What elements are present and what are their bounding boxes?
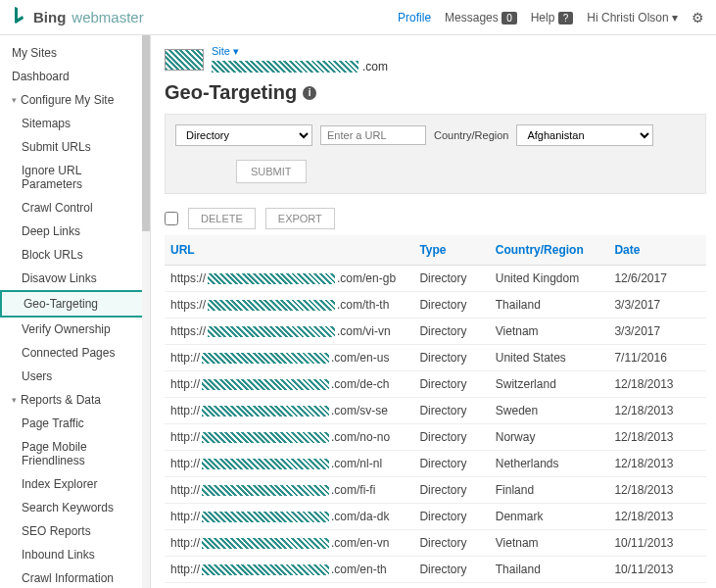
url-cell: https://.com/vi-vn [170, 324, 407, 338]
redacted-host [202, 485, 329, 496]
redacted-host [202, 459, 329, 469]
sidebar-item-my-sites[interactable]: My Sites [0, 41, 150, 65]
url-cell: https://.com/th-th [170, 298, 407, 312]
sidebar-item-block-urls[interactable]: Block URLs [0, 243, 150, 267]
redacted-host [208, 326, 335, 337]
scope-select[interactable]: Directory [175, 124, 312, 146]
table-row[interactable]: http://.com/no-noDirectoryNorway12/18/20… [165, 424, 706, 451]
top-nav: Profile Messages 0 Help ? Hi Christi Ols… [398, 10, 704, 25]
url-cell: http://.com/fi-fi [170, 483, 407, 497]
sidebar-scrollbar[interactable] [142, 35, 150, 588]
sidebar: ‹ My SitesDashboard▾Configure My SiteSit… [0, 35, 151, 588]
sidebar-item-search-keywords[interactable]: Search Keywords [0, 496, 150, 519]
table-row[interactable]: http://.com/en-thDirectoryThailand10/11/… [165, 557, 706, 583]
nav-help[interactable]: Help ? [531, 11, 574, 24]
sidebar-item-crawl-control[interactable]: Crawl Control [0, 196, 150, 220]
table-toolbar: DELETE EXPORT [165, 208, 706, 229]
table-row[interactable]: https://.com/vi-vnDirectoryVietnam3/3/20… [165, 318, 706, 345]
top-bar: Bing webmaster Profile Messages 0 Help ?… [0, 0, 716, 35]
brand-sub: webmaster [72, 9, 143, 25]
geo-form: Directory Country/Region Afghanistan SUB… [165, 114, 706, 194]
sidebar-item-users[interactable]: Users [0, 365, 150, 388]
redacted-host [202, 512, 329, 522]
table-row[interactable]: https://.com/en-gbDirectoryUnited Kingdo… [165, 266, 706, 292]
geo-table: URL Type Country/Region Date https://.co… [165, 235, 706, 588]
table-row[interactable]: http://.com/en-phDirectoryPhilippines10/… [165, 583, 706, 589]
redacted-host [202, 564, 329, 575]
redacted-host [202, 353, 329, 364]
sidebar-item-disavow-links[interactable]: Disavow Links [0, 267, 150, 290]
sidebar-item-dashboard[interactable]: Dashboard [0, 65, 150, 88]
help-badge: ? [558, 12, 574, 24]
url-cell: http://.com/no-no [170, 430, 407, 444]
redacted-host [208, 300, 335, 311]
chevron-down-icon: ▾ [233, 45, 239, 57]
sidebar-item-connected-pages[interactable]: Connected Pages [0, 341, 150, 365]
table-row[interactable]: http://.com/en-usDirectoryUnited States7… [165, 345, 706, 371]
chevron-down-icon: ▾ [672, 11, 678, 24]
redacted-host [202, 406, 329, 416]
sidebar-item-geo-targeting[interactable]: Geo-Targeting [0, 290, 150, 318]
sidebar-item-index-explorer[interactable]: Index Explorer [0, 472, 150, 496]
url-cell: http://.com/en-vn [170, 536, 407, 550]
main-content: Site ▾ .com Geo-Targeting i Directory Co… [151, 35, 716, 588]
table-row[interactable]: http://.com/nl-nlDirectoryNetherlands12/… [165, 451, 706, 477]
chevron-down-icon: ▾ [12, 395, 17, 405]
sidebar-item-configure-my-site[interactable]: ▾Configure My Site [0, 88, 150, 112]
table-row[interactable]: http://.com/de-chDirectorySwitzerland12/… [165, 371, 706, 398]
sidebar-item-ignore-url-parameters[interactable]: Ignore URL Parameters [0, 159, 150, 196]
url-cell: http://.com/da-dk [170, 510, 407, 523]
delete-button[interactable]: DELETE [188, 208, 256, 229]
site-thumbnail [165, 49, 204, 71]
table-row[interactable]: http://.com/en-vnDirectoryVietnam10/11/2… [165, 530, 706, 557]
table-row[interactable]: http://.com/fi-fiDirectoryFinland12/18/2… [165, 477, 706, 504]
sidebar-item-seo-reports[interactable]: SEO Reports [0, 519, 150, 543]
country-select[interactable]: Afghanistan [516, 124, 653, 146]
export-button[interactable]: EXPORT [265, 208, 335, 229]
url-cell: http://.com/sv-se [170, 404, 407, 417]
select-all-checkbox[interactable] [165, 212, 178, 225]
site-header: Site ▾ .com [165, 45, 706, 74]
sidebar-item-page-traffic[interactable]: Page Traffic [0, 412, 150, 435]
url-cell: http://.com/de-ch [170, 377, 407, 391]
site-domain: .com [212, 60, 388, 74]
table-row[interactable]: https://.com/th-thDirectoryThailand3/3/2… [165, 292, 706, 318]
info-icon[interactable]: i [303, 86, 316, 100]
sidebar-item-reports-data[interactable]: ▾Reports & Data [0, 388, 150, 412]
sidebar-item-sitemaps[interactable]: Sitemaps [0, 112, 150, 135]
col-date[interactable]: Date [608, 235, 706, 266]
redacted-host [202, 538, 329, 549]
nav-profile[interactable]: Profile [398, 11, 431, 24]
brand-name: Bing [33, 9, 66, 25]
site-dropdown[interactable]: Site ▾ [212, 45, 388, 58]
redacted-domain [212, 61, 358, 73]
redacted-host [208, 273, 335, 284]
chevron-down-icon: ▾ [12, 95, 17, 105]
table-row[interactable]: http://.com/da-dkDirectoryDenmark12/18/2… [165, 504, 706, 530]
page-title: Geo-Targeting i [165, 81, 706, 104]
sidebar-item-crawl-information[interactable]: Crawl Information [0, 566, 150, 588]
sidebar-item-deep-links[interactable]: Deep Links [0, 220, 150, 243]
sidebar-item-submit-urls[interactable]: Submit URLs [0, 135, 150, 159]
submit-button[interactable]: SUBMIT [236, 160, 307, 183]
col-type[interactable]: Type [413, 235, 489, 266]
country-label: Country/Region [434, 129, 508, 141]
url-cell: http://.com/en-us [170, 351, 407, 365]
brand[interactable]: Bing webmaster [12, 6, 144, 28]
table-row[interactable]: http://.com/sv-seDirectorySweden12/18/20… [165, 398, 706, 424]
col-country[interactable]: Country/Region [490, 235, 609, 266]
sidebar-item-inbound-links[interactable]: Inbound Links [0, 543, 150, 566]
url-cell: http://.com/en-th [170, 563, 407, 576]
url-input[interactable] [320, 125, 426, 145]
nav-messages[interactable]: Messages 0 [445, 11, 517, 24]
redacted-host [202, 379, 329, 390]
messages-badge: 0 [501, 12, 517, 24]
sidebar-item-verify-ownership[interactable]: Verify Ownership [0, 318, 150, 341]
col-url[interactable]: URL [165, 235, 413, 266]
sidebar-item-page-mobile-friendliness[interactable]: Page Mobile Friendliness [0, 435, 150, 472]
nav-greeting[interactable]: Hi Christi Olson ▾ [587, 11, 678, 24]
url-cell: https://.com/en-gb [170, 271, 407, 285]
url-cell: http://.com/nl-nl [170, 457, 407, 470]
settings-gear-icon[interactable]: ⚙ [692, 10, 704, 25]
redacted-host [202, 432, 329, 443]
